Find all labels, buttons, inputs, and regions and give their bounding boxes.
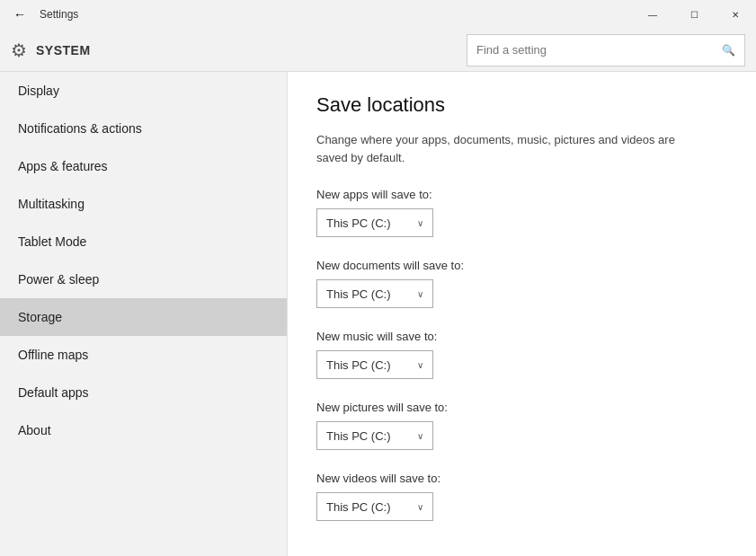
maximize-button[interactable]: ☐ xyxy=(673,0,715,29)
app-header: ⚙ SYSTEM 🔍 xyxy=(0,29,756,72)
chevron-down-icon: ∨ xyxy=(417,289,423,299)
chevron-down-icon: ∨ xyxy=(417,360,423,370)
close-button[interactable]: ✕ xyxy=(715,0,756,29)
chevron-down-icon: ∨ xyxy=(417,502,423,512)
chevron-down-icon: ∨ xyxy=(417,218,423,228)
save-label-3: New pictures will save to: xyxy=(316,401,727,414)
save-section-4: New videos will save to:This PC (C:)∨ xyxy=(316,472,727,521)
dropdown-value-2: This PC (C:) xyxy=(326,358,391,372)
sidebar-item-default-apps[interactable]: Default apps xyxy=(0,374,287,411)
dropdown-value-0: This PC (C:) xyxy=(326,216,391,230)
save-dropdown-1[interactable]: This PC (C:)∨ xyxy=(316,279,433,308)
save-section-1: New documents will save to:This PC (C:)∨ xyxy=(316,259,727,308)
sidebar-item-about[interactable]: About xyxy=(0,411,287,449)
save-dropdown-3[interactable]: This PC (C:)∨ xyxy=(316,421,433,450)
save-section-0: New apps will save to:This PC (C:)∨ xyxy=(316,188,727,237)
content-area: Save locations Change where your apps, d… xyxy=(288,72,756,556)
save-dropdown-2[interactable]: This PC (C:)∨ xyxy=(316,350,433,379)
sidebar-item-notifications---actions[interactable]: Notifications & actions xyxy=(0,110,287,147)
dropdown-value-4: This PC (C:) xyxy=(326,500,391,514)
sidebar-item-power---sleep[interactable]: Power & sleep xyxy=(0,260,287,298)
save-section-2: New music will save to:This PC (C:)∨ xyxy=(316,330,727,379)
sidebar: DisplayNotifications & actionsApps & fea… xyxy=(0,72,288,556)
sidebar-item-apps---features[interactable]: Apps & features xyxy=(0,147,287,185)
app-body: DisplayNotifications & actionsApps & fea… xyxy=(0,72,756,556)
system-icon: ⚙ xyxy=(11,40,27,61)
page-title: Save locations xyxy=(316,93,727,117)
save-label-4: New videos will save to: xyxy=(316,472,727,485)
sidebar-item-offline-maps[interactable]: Offline maps xyxy=(0,336,287,374)
search-box: 🔍 xyxy=(467,34,745,66)
chevron-down-icon: ∨ xyxy=(417,431,423,441)
sidebar-item-storage[interactable]: Storage xyxy=(0,298,287,336)
content-description: Change where your apps, documents, music… xyxy=(316,131,694,166)
save-dropdown-0[interactable]: This PC (C:)∨ xyxy=(316,208,433,237)
search-icon: 🔍 xyxy=(722,44,735,57)
minimize-button[interactable]: — xyxy=(632,0,673,29)
sidebar-item-display[interactable]: Display xyxy=(0,72,287,110)
save-label-1: New documents will save to: xyxy=(316,259,727,272)
back-button[interactable]: ← xyxy=(7,2,32,27)
save-dropdown-4[interactable]: This PC (C:)∨ xyxy=(316,492,433,521)
sidebar-item-tablet-mode[interactable]: Tablet Mode xyxy=(0,223,287,260)
dropdown-value-3: This PC (C:) xyxy=(326,429,391,443)
save-section-3: New pictures will save to:This PC (C:)∨ xyxy=(316,401,727,450)
save-label-2: New music will save to: xyxy=(316,330,727,343)
app-name: Settings xyxy=(40,8,78,21)
sidebar-item-multitasking[interactable]: Multitasking xyxy=(0,185,287,223)
save-label-0: New apps will save to: xyxy=(316,188,727,201)
search-input[interactable] xyxy=(476,43,722,57)
title-bar: ← Settings — ☐ ✕ xyxy=(0,0,756,29)
dropdown-value-1: This PC (C:) xyxy=(326,287,391,301)
app-title: SYSTEM xyxy=(36,43,91,57)
